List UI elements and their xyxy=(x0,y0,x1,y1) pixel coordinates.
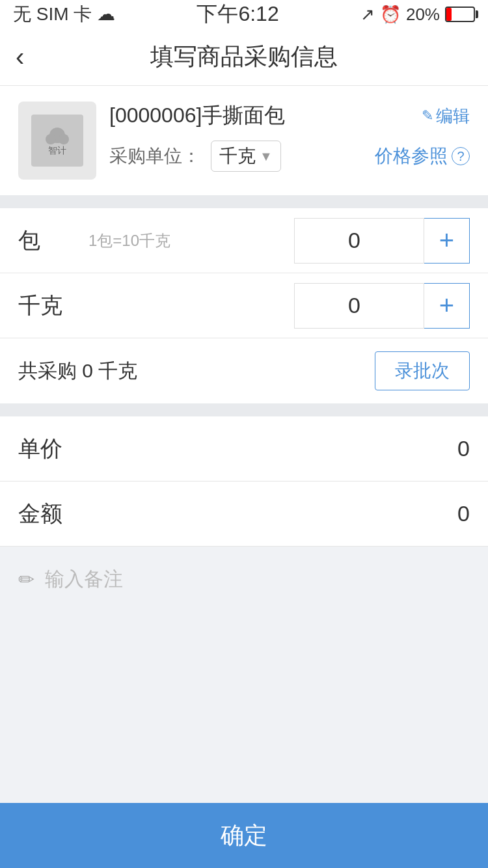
page-title: 填写商品采购信息 xyxy=(150,41,338,73)
product-name: [0000006]手撕面包 xyxy=(109,102,285,130)
kg-plus-button[interactable]: + xyxy=(424,283,470,329)
confirm-button[interactable]: 确定 xyxy=(0,803,488,868)
divider-2 xyxy=(0,403,488,416)
unit-value: 千克 xyxy=(219,144,256,169)
svg-point-1 xyxy=(46,134,56,144)
kg-input-row: 千克 + xyxy=(0,273,488,338)
status-right: ↗ ⏰ 20% xyxy=(360,5,475,25)
pack-sublabel: 1包=10千克 xyxy=(88,230,294,251)
pack-controls: + xyxy=(294,218,470,264)
help-icon: ? xyxy=(452,147,470,165)
nav-bar: ‹ 填写商品采购信息 xyxy=(0,29,488,86)
amount-row: 金额 0 xyxy=(0,481,488,547)
product-card: 智计 [0000006]手撕面包 ✎ 编辑 采购单位： 千克 ▼ 价格参照 xyxy=(0,86,488,195)
chevron-down-icon: ▼ xyxy=(260,149,273,164)
back-button[interactable]: ‹ xyxy=(16,42,24,72)
price-ref-label: 价格参照 xyxy=(375,144,448,169)
battery-icon xyxy=(445,7,475,22)
status-left: 无 SIM 卡 ☁ xyxy=(13,2,115,27)
back-icon: ‹ xyxy=(16,42,24,72)
pack-input[interactable] xyxy=(294,218,424,264)
product-name-row: [0000006]手撕面包 ✎ 编辑 xyxy=(109,102,470,130)
batch-button[interactable]: 录批次 xyxy=(375,351,470,390)
price-ref-button[interactable]: 价格参照 ? xyxy=(375,144,470,169)
pack-input-row: 包 1包=10千克 + xyxy=(0,208,488,273)
notes-placeholder: 输入备注 xyxy=(45,566,123,593)
pack-label: 包 xyxy=(18,226,83,256)
notes-section[interactable]: ✏ 输入备注 xyxy=(0,547,488,612)
status-bar: 无 SIM 卡 ☁ 下午6:12 ↗ ⏰ 20% xyxy=(0,0,488,29)
unit-row: 采购单位： 千克 ▼ 价格参照 ? xyxy=(109,141,470,172)
alarm-icon: ⏰ xyxy=(380,5,401,25)
sim-label: 无 SIM 卡 ☁ xyxy=(13,2,115,27)
pack-plus-button[interactable]: + xyxy=(424,218,470,264)
svg-text:智计: 智计 xyxy=(48,145,66,156)
amount-label: 金额 xyxy=(18,499,62,529)
kg-label: 千克 xyxy=(18,291,83,321)
edit-label: 编辑 xyxy=(436,105,470,128)
edit-button[interactable]: ✎ 编辑 xyxy=(422,105,470,128)
product-image: 智计 xyxy=(18,102,96,180)
product-info: [0000006]手撕面包 ✎ 编辑 采购单位： 千克 ▼ 价格参照 ? xyxy=(109,102,470,172)
battery-label: 20% xyxy=(406,5,440,25)
price-section: 单价 0 金额 0 xyxy=(0,416,488,547)
unit-price-row: 单价 0 xyxy=(0,416,488,481)
amount-value: 0 xyxy=(457,501,470,526)
kg-input[interactable] xyxy=(294,283,424,329)
edit-icon: ✎ xyxy=(422,107,433,124)
total-label: 共采购 0 千克 xyxy=(18,358,137,385)
svg-point-2 xyxy=(59,134,69,144)
unit-select[interactable]: 千克 ▼ xyxy=(211,141,281,172)
divider-1 xyxy=(0,195,488,208)
confirm-label: 确定 xyxy=(221,820,267,852)
unit-price-label: 单价 xyxy=(18,434,62,464)
status-time: 下午6:12 xyxy=(197,0,278,29)
unit-price-value: 0 xyxy=(457,436,470,461)
kg-controls: + xyxy=(294,283,470,329)
location-icon: ↗ xyxy=(360,5,375,25)
unit-label: 采购单位： xyxy=(109,144,200,169)
pencil-icon: ✏ xyxy=(18,568,34,591)
total-row: 共采购 0 千克 录批次 xyxy=(0,338,488,403)
product-logo: 智计 xyxy=(31,115,83,167)
empty-space xyxy=(0,612,488,807)
quantity-section: 包 1包=10千克 + 千克 + xyxy=(0,208,488,338)
